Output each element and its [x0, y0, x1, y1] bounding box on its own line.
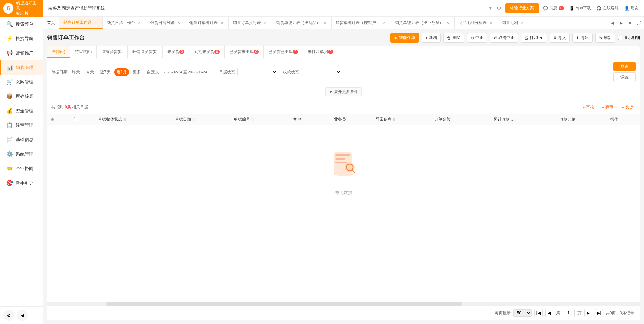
export-btn[interactable]: ⬆ 导出 [572, 33, 593, 43]
uncheck-action-btn[interactable]: ● 弃审 [599, 103, 616, 111]
total-count: 0条 [65, 105, 72, 109]
ship-action-btn[interactable]: ● 发货 [619, 103, 636, 111]
sidebar-item-inventory[interactable]: 📦 库存核算 [0, 89, 43, 104]
tab-sales-stat[interactable]: 销售订单统计表 ✕ [185, 17, 229, 29]
tab-prev-btn[interactable]: ◀ [608, 19, 616, 27]
next-page-btn[interactable]: ▶ [584, 309, 592, 317]
query-btn[interactable]: 查询 [613, 62, 636, 71]
tab-sales-order-workbench[interactable]: 销售订单工作台 ✕ [59, 17, 103, 29]
show-detail-checkbox[interactable] [618, 36, 622, 40]
page-number-input[interactable] [563, 309, 575, 317]
delete-btn[interactable]: 🗑 删除 [443, 33, 464, 43]
status-select[interactable] [237, 68, 277, 76]
sidebar-item-quicknav[interactable]: ⚡ 快捷导航 [0, 31, 43, 46]
svg-rect-4 [335, 162, 347, 163]
app-download-btn[interactable]: 📱 App下载 [569, 5, 591, 11]
user-menu-btn[interactable]: 👤 用友 [624, 5, 639, 11]
date-btn-1month[interactable]: 近1月 [114, 68, 129, 76]
settings-header-icon[interactable]: ⚙ [497, 5, 501, 11]
import-btn[interactable]: ⬇ 导入 [550, 33, 570, 43]
subtab-overdue-unshipped[interactable]: 到期未发货0 [189, 46, 225, 58]
tab-sales-by-staff[interactable]: 销货单统计表（按业务员） ✕ [391, 17, 455, 29]
tab-cash-daily[interactable]: 钱货日清工作台 ✕ [103, 17, 146, 29]
tab-close-icon[interactable]: ✕ [489, 21, 493, 25]
settings-bottom-btn[interactable]: ⚙ [3, 310, 14, 321]
tab-sales-exec[interactable]: 销售订单执行表 ✕ [229, 17, 272, 29]
sidebar-item-system[interactable]: ⚙️ 系统管理 [0, 147, 43, 161]
tab-close-icon[interactable]: ✕ [445, 21, 450, 25]
tab-close-all-btn[interactable]: ✕ [626, 19, 634, 27]
tab-close-icon[interactable]: ✕ [323, 21, 327, 25]
tab-close-icon[interactable]: ✕ [520, 21, 525, 25]
payment-select[interactable] [301, 68, 341, 76]
expand-filter-btn[interactable]: ▼ 展开更多条件 [325, 87, 362, 96]
sidebar-item-mgmt[interactable]: 📋 经营管理 [0, 118, 43, 132]
sidebar-item-sales[interactable]: 📊 销售管理 [0, 60, 43, 75]
smart-create-btn[interactable]: ★ 智能生单 [390, 33, 419, 43]
tab-cash-reconcile[interactable]: 钱货日清对账 ✕ [146, 17, 185, 29]
tab-sales-by-customer[interactable]: 销货单统计表（按客户） ✕ [332, 17, 391, 29]
tab-sales-gross[interactable]: 销售毛利 ✕ [498, 17, 529, 29]
th-salesperson: 业务员 [331, 114, 372, 125]
subtab-pending-review[interactable]: 待审核(0) [70, 46, 97, 58]
table-scroll[interactable]: ⚙ 单据整体状态 ⇅ 单据日期 ⇅ [47, 114, 640, 302]
sidebar-item-marketing[interactable]: 📢 营销推广 [0, 46, 43, 60]
subtab-wangpu[interactable]: 旺铺待发货(0) [128, 46, 163, 58]
collapse-btn[interactable]: ◀ [17, 310, 28, 321]
empty-illustration [327, 146, 360, 186]
cancel-stop-btn[interactable]: ↺ 取消中止 [490, 33, 518, 43]
sidebar-item-finance[interactable]: 💰 资金管理 [0, 104, 43, 118]
date-btn-more[interactable]: 更多 [130, 68, 143, 76]
scrollbar-thumb[interactable] [106, 302, 462, 306]
tab-close-icon[interactable]: ✕ [176, 21, 181, 25]
date-btn-today[interactable]: 今天 [84, 68, 96, 76]
sidebar-item-basicinfo[interactable]: 📄 基础信息 [0, 132, 43, 147]
online-service-btn[interactable]: 🎧 在线客服 [596, 5, 619, 11]
review-action-btn[interactable]: ● 审核 [579, 103, 596, 111]
filter-payment-item: 收款状态 [283, 68, 341, 76]
refresh-btn[interactable]: ↻ 刷新 [595, 33, 615, 43]
date-btn-7days[interactable]: 近7天 [98, 68, 113, 76]
subtab-pending-check[interactable]: 待拣验货(0) [97, 46, 128, 58]
industry-solution-btn[interactable]: 体验行业方案 [505, 3, 539, 13]
message-icon: 💬 [543, 6, 548, 11]
first-page-btn[interactable]: |◀ [534, 309, 543, 317]
stop-btn[interactable]: ⊘ 中止 [467, 33, 487, 43]
horizontal-scrollbar[interactable] [47, 302, 640, 306]
tab-close-icon[interactable]: ✕ [263, 21, 268, 25]
print-btn[interactable]: 🖨 打印 ▼ [521, 33, 547, 43]
tab-sales-by-product[interactable]: 销货单统计表（按商品） ✕ [272, 17, 332, 29]
sidebar-item-purchase[interactable]: 🛒 采购管理 [0, 75, 43, 89]
show-detail-checkbox-label[interactable]: 显示明细 [618, 35, 640, 41]
tab-expand-btn[interactable]: ⛶ [635, 19, 643, 27]
sort-amount-icon: ⇅ [452, 118, 455, 121]
sidebar-item-collab[interactable]: 🤝 企业协同 [0, 161, 43, 176]
set-btn[interactable]: 设置 [613, 72, 636, 82]
tab-next-btn[interactable]: ▶ [617, 19, 625, 27]
subtab-unprinted[interactable]: 未打印单据0 [303, 46, 338, 58]
tab-home[interactable]: 首页 [43, 17, 59, 29]
subtab-all[interactable]: 全部(0) [47, 46, 70, 58]
tab-close-icon[interactable]: ✕ [137, 21, 142, 25]
message-btn[interactable]: 💬 消息 6 [543, 5, 564, 11]
last-page-btn[interactable]: ▶| [595, 309, 603, 317]
date-btn-yesterday[interactable]: 昨天 [70, 68, 82, 76]
subtab-shipped-not-out[interactable]: 已发货未出库0 [225, 46, 264, 58]
subtab-unshipped[interactable]: 未发货0 [163, 46, 190, 58]
tab-close-icon[interactable]: ✕ [382, 21, 387, 25]
date-btn-custom[interactable]: 自定义 [144, 68, 161, 76]
column-settings-icon[interactable]: ⚙ [51, 117, 54, 122]
tab-gross-profit[interactable]: 商品毛利分析表 ✕ [455, 17, 498, 29]
subtab-shipped-out[interactable]: 已发货已出库0 [264, 46, 303, 58]
select-all-checkbox[interactable] [74, 117, 78, 121]
tab-close-icon[interactable]: ✕ [220, 21, 224, 25]
table-toolbar: 共找到 0条 相关单据 ● 审核 ● 弃审 ● 发货 [47, 100, 640, 114]
export-icon: ⬆ [576, 36, 579, 40]
prev-page-btn[interactable]: ◀ [545, 309, 553, 317]
print-icon: 🖨 [524, 36, 528, 40]
sidebar-item-newbie[interactable]: 🎯 新手引导 [0, 176, 43, 190]
sidebar-item-search[interactable]: 🔍 搜索菜单 [0, 17, 43, 31]
add-btn[interactable]: + 新增 [422, 33, 441, 43]
per-page-select[interactable]: 50 100 200 [513, 309, 532, 317]
tab-close-icon[interactable]: ✕ [94, 20, 98, 25]
